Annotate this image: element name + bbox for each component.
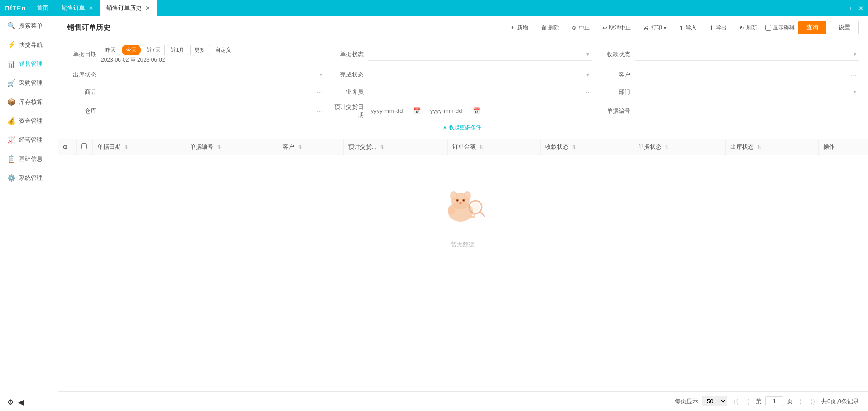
bill-status-dropdown-arrow[interactable]: ▾ [586,51,589,58]
sidebar-item-search[interactable]: 🔍 搜索菜单 [0,16,58,35]
btn-stop[interactable]: ⊘ 中止 [567,22,594,34]
th-bill-date[interactable]: 单据日期 ⇅ [92,139,185,155]
calendar-icon-to[interactable]: 📅 [473,107,480,114]
dept-dropdown-arrow[interactable]: ▾ [854,89,856,95]
maximize-icon[interactable]: □ [850,5,854,12]
page-size-select[interactable]: 10 20 50 100 [702,396,727,406]
btn-export[interactable]: ⬇ 导出 [705,22,731,34]
salesman-ellipsis[interactable]: ··· [584,88,590,96]
sidebar: 🔍 搜索菜单 ⚡ 快捷导航 📊 销售管理 🛒 采购管理 📦 库存核算 💰 资金管… [0,16,58,411]
sort-order-amount[interactable]: ⇅ [480,145,483,150]
bill-no-input[interactable] [638,107,856,114]
btn-add[interactable]: ＋ 新增 [505,22,532,34]
tab-sales-order-history[interactable]: 销售订单历史 ✕ [100,0,157,16]
btn-print[interactable]: 🖨 打印 ▾ [639,22,671,34]
out-status-input-wrap[interactable]: ▾ [101,68,325,81]
empty-row: 暂无数据 [58,155,868,276]
sort-bill-no[interactable]: ⇅ [217,145,221,150]
sidebar-item-quicknav[interactable]: ⚡ 快捷导航 [0,35,58,54]
display-cols-checkbox[interactable]: 显示碍碍 [765,24,795,32]
btn-cancel-stop[interactable]: ↩ 取消中止 [598,22,635,34]
sidebar-item-operations[interactable]: 📈 经营管理 [0,131,58,150]
customer-label: 客户 [601,71,635,79]
th-order-amount[interactable]: 订单金额 ⇅ [447,139,540,155]
sidebar-item-sales[interactable]: 📊 销售管理 [0,54,58,73]
dept-input-wrap[interactable]: ▾ [635,86,859,98]
payment-status-label: 收款状态 [601,50,635,58]
date-btn-more[interactable]: 更多 [190,45,209,55]
date-btn-custom[interactable]: 自定义 [211,45,235,55]
customer-input-wrap[interactable]: ··· [635,68,859,81]
th-settings[interactable]: ⚙ [58,139,76,155]
bill-no-input-wrap[interactable] [635,105,859,117]
warehouse-input-wrap[interactable]: ··· [101,105,325,117]
expected-date-to[interactable] [430,107,471,114]
prev-page-btn[interactable]: ⟨ [744,397,752,406]
sort-bill-date[interactable]: ⇅ [124,145,128,150]
date-btn-yesterday[interactable]: 昨天 [101,45,120,55]
sidebar-item-system[interactable]: ⚙️ 系统管理 [0,169,58,188]
th-payment-status[interactable]: 收款状态 ⇅ [540,139,633,155]
sidebar-item-finance[interactable]: 💰 资金管理 [0,111,58,131]
salesman-input-wrap[interactable]: ··· [368,86,592,98]
expected-date-from[interactable] [371,107,412,114]
sidebar-settings-icon[interactable]: ⚙ [7,398,14,406]
date-btn-today[interactable]: 今天 [122,45,141,55]
bill-status-input-wrap[interactable]: ▾ [368,48,592,61]
last-page-btn[interactable]: ⟩⟩ [808,397,818,406]
sidebar-collapse-icon[interactable]: ◀ [18,398,24,406]
query-button[interactable]: 查询 [798,21,826,34]
warehouse-ellipsis[interactable]: ··· [317,107,322,115]
date-btn-7days[interactable]: 近7天 [143,45,165,55]
system-icon: ⚙️ [7,174,15,182]
minimize-icon[interactable]: — [840,5,846,12]
tab-close-history[interactable]: ✕ [145,5,150,11]
app-logo: OfTEn [5,5,26,12]
complete-status-input-wrap[interactable]: ▾ [368,68,592,81]
date-range-display: 2023-06-02 至 2023-06-02 [101,56,325,64]
sort-bill-status[interactable]: ⇅ [665,145,668,150]
close-window-icon[interactable]: ✕ [858,5,863,12]
out-status-dropdown-arrow[interactable]: ▾ [320,72,322,78]
product-input-wrap[interactable]: ··· [101,86,325,98]
collapse-up-icon: ∧ [443,125,447,131]
btn-import[interactable]: ⬆ 导入 [674,22,701,34]
set-button[interactable]: 设置 [830,21,859,34]
customer-ellipsis[interactable]: ··· [851,71,856,78]
quicknav-icon: ⚡ [7,41,15,49]
select-all-checkbox[interactable] [81,143,87,149]
sidebar-item-purchase[interactable]: 🛒 采购管理 [0,73,58,92]
settings-gear-icon[interactable]: ⚙ [62,144,68,150]
payment-status-dropdown-arrow[interactable]: ▾ [854,51,856,58]
sort-out-status[interactable]: ⇅ [758,145,761,150]
th-customer[interactable]: 客户 ⇅ [278,139,344,155]
sort-payment-status[interactable]: ⇅ [572,145,575,150]
sort-expected-delivery[interactable]: ⇅ [380,145,384,150]
tab-close-sales-order[interactable]: ✕ [89,5,93,11]
btn-refresh[interactable]: ↻ 刷新 [735,22,762,34]
sort-customer[interactable]: ⇅ [298,145,302,150]
tab-home[interactable]: 首页 [30,0,55,16]
tab-sales-order[interactable]: 销售订单 ✕ [55,0,100,16]
sidebar-item-inventory[interactable]: 📦 库存核算 [0,92,58,111]
th-bill-status[interactable]: 单据状态 ⇅ [633,139,726,155]
payment-status-input-wrap[interactable]: ▾ [635,48,859,61]
filter-product: 商品 ··· [67,86,325,98]
page-input[interactable] [765,396,783,406]
th-out-status[interactable]: 出库状态 ⇅ [726,139,819,155]
sidebar-item-basic-info[interactable]: 📋 基础信息 [0,150,58,169]
next-page-btn[interactable]: ⟩ [796,397,804,406]
calendar-icon-from[interactable]: 📅 [413,107,421,114]
complete-status-dropdown-arrow[interactable]: ▾ [586,72,589,78]
btn-delete[interactable]: 🗑 删除 [536,22,564,34]
first-page-btn[interactable]: ⟨⟨ [731,397,741,406]
collapse-more-conditions[interactable]: ∧ 收起更多条件 [67,122,859,133]
th-checkbox[interactable] [76,139,92,155]
th-bill-no[interactable]: 单据编号 ⇅ [185,139,278,155]
th-expected-delivery[interactable]: 预计交货... ⇅ [343,139,447,155]
svg-point-10 [459,202,462,204]
product-ellipsis[interactable]: ··· [317,88,322,96]
date-btn-1month[interactable]: 近1月 [167,45,189,55]
display-cols-input[interactable] [765,25,771,31]
sidebar-label-basic-info: 基础信息 [19,155,43,163]
